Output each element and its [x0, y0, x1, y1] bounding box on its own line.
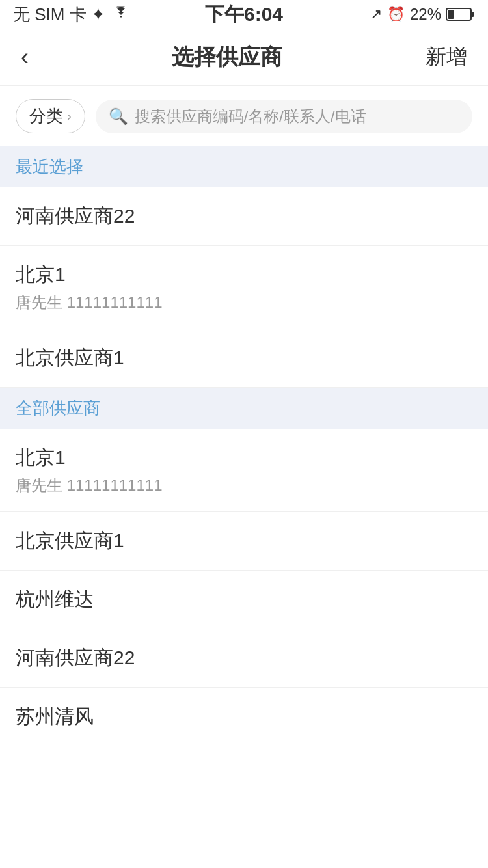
- item-sub: 唐先生 11111111111: [16, 292, 472, 313]
- search-icon: 🔍: [109, 107, 128, 126]
- list-item[interactable]: 北京供应商1: [0, 512, 488, 571]
- search-placeholder: 搜索供应商编码/名称/联系人/电话: [135, 106, 366, 127]
- chevron-right-icon: ›: [67, 109, 72, 124]
- item-name: 杭州维达: [16, 586, 472, 613]
- list-item[interactable]: 北京1唐先生 11111111111: [0, 246, 488, 329]
- item-name: 河南供应商22: [16, 203, 472, 230]
- alarm-icon: ⏰: [387, 6, 405, 23]
- battery-text: 22%: [410, 5, 441, 23]
- nav-bar: ‹ 选择供应商 新增: [0, 29, 488, 86]
- search-box[interactable]: 🔍 搜索供应商编码/名称/联系人/电话: [96, 100, 472, 133]
- recent-section-header: 最近选择: [0, 146, 488, 187]
- list-item[interactable]: 河南供应商22: [0, 629, 488, 688]
- all-list: 北京1唐先生 11111111111北京供应商1杭州维达河南供应商22苏州清风: [0, 429, 488, 746]
- recent-section-label: 最近选择: [16, 157, 83, 176]
- list-item[interactable]: 北京供应商1: [0, 329, 488, 388]
- list-item[interactable]: 杭州维达: [0, 571, 488, 629]
- item-sub: 唐先生 11111111111: [16, 475, 472, 496]
- filter-bar: 分类 › 🔍 搜索供应商编码/名称/联系人/电话: [0, 86, 488, 146]
- category-filter[interactable]: 分类 ›: [16, 99, 85, 133]
- location-icon: ↗: [370, 6, 382, 23]
- item-name: 苏州清风: [16, 703, 472, 730]
- category-label: 分类: [29, 105, 63, 128]
- list-item[interactable]: 苏州清风: [0, 688, 488, 746]
- page-title: 选择供应商: [172, 42, 282, 72]
- item-name: 北京供应商1: [16, 345, 472, 372]
- back-button[interactable]: ‹: [21, 44, 29, 71]
- svg-rect-2: [448, 10, 454, 19]
- list-item[interactable]: 河南供应商22: [0, 187, 488, 246]
- all-section-label: 全部供应商: [16, 398, 100, 418]
- item-name: 河南供应商22: [16, 645, 472, 671]
- list-item[interactable]: 北京1唐先生 11111111111: [0, 429, 488, 512]
- no-sim-text: 无 SIM 卡 ✦: [13, 3, 105, 26]
- all-section-header: 全部供应商: [0, 388, 488, 429]
- wifi-icon: [111, 5, 131, 25]
- item-name: 北京1: [16, 444, 472, 471]
- svg-rect-1: [471, 12, 474, 17]
- status-left: 无 SIM 卡 ✦: [13, 3, 131, 26]
- status-time: 下午6:04: [205, 1, 283, 28]
- status-right: ↗ ⏰ 22%: [370, 5, 475, 23]
- item-name: 北京1: [16, 262, 472, 288]
- add-button[interactable]: 新增: [426, 43, 467, 72]
- battery-icon: [446, 7, 475, 21]
- recent-list: 河南供应商22北京1唐先生 11111111111北京供应商1: [0, 187, 488, 388]
- item-name: 北京供应商1: [16, 528, 472, 554]
- status-bar: 无 SIM 卡 ✦ 下午6:04 ↗ ⏰ 22%: [0, 0, 488, 29]
